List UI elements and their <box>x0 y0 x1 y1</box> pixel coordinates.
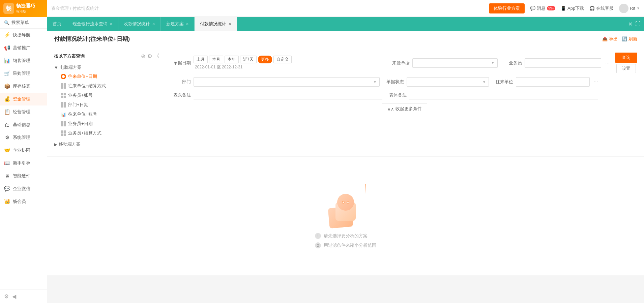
filter-panel-header: 按以下方案查询 ⊕ ⚙ 《 <box>54 53 159 60</box>
plan-grid-icon <box>61 102 66 108</box>
tab-cashflow-close[interactable]: ✕ <box>110 22 113 26</box>
tab-new-plan-close[interactable]: ✕ <box>186 22 189 26</box>
filter-field-date: 单据日期 上月 本月 本年 近7天 更多 自定义 2022-01-01 至 20… <box>172 56 385 70</box>
plan-item-staff-account[interactable]: 业务员+账号 <box>54 91 159 100</box>
topbar-message[interactable]: 💬 消息 99+ <box>530 5 555 11</box>
export-icon: 📤 <box>602 36 608 41</box>
topbar-breadcrumb: 资金管理 / 付款情况统计 <box>51 5 486 11</box>
plan-item-partner-settle[interactable]: 往来单位+结算方式 <box>54 81 159 91</box>
date-label: 单据日期 <box>172 60 191 66</box>
topbar: 资金管理 / 付款情况统计 体验行业方案 💬 消息 99+ 📱 App下载 🎧 … <box>47 0 644 17</box>
sidebar-search-label: 搜索菜单 <box>11 20 29 26</box>
body-note-input[interactable] <box>409 91 598 99</box>
tab-home[interactable]: 首页 <box>47 17 67 31</box>
collapse-sidebar-icon[interactable]: ◀ <box>12 293 16 300</box>
filter-row-2: 部门 ▼ 单据状态 ▼ 往来单位 <box>172 77 637 87</box>
staff-select[interactable] <box>525 58 601 68</box>
page-header: 付款情况统计(往来单位+日期) 📤 导出 🔄 刷新 <box>47 31 644 47</box>
plan-item-partner-date[interactable]: 往来单位+日期 <box>54 72 159 81</box>
partner-more-icon[interactable]: ··· <box>594 79 598 85</box>
partner-label: 往来单位 <box>494 79 513 85</box>
settings-button[interactable]: 设置 <box>616 64 636 73</box>
collapse-label: 收起更多条件 <box>396 106 422 112</box>
dept-select[interactable]: ▼ <box>194 77 380 87</box>
date-7days-btn[interactable]: 近7天 <box>240 56 257 63</box>
sidebar-item-finance[interactable]: 💰 资金管理 <box>0 93 47 105</box>
staff-more-icon[interactable]: ··· <box>605 60 610 66</box>
plan-item-staff-date[interactable]: 业务员+日期 <box>54 119 159 128</box>
empty-hint-2: 2 用过滤条件来缩小分析范围 <box>315 242 376 248</box>
sidebar-item-operations[interactable]: 📋 经营管理 <box>0 105 47 118</box>
sidebar-item-system[interactable]: ⚙ 系统管理 <box>0 131 47 144</box>
empty-hint-1: 1 请先选择要分析的方案 <box>315 233 376 239</box>
collapse-conditions-btn[interactable]: ∧∧ 收起更多条件 <box>382 103 427 114</box>
date-custom-btn[interactable]: 自定义 <box>273 56 292 63</box>
tab-cashflow-label: 现金银行流水查询 <box>72 21 108 27</box>
basic-icon: 🗂 <box>4 122 10 128</box>
sidebar-item-member[interactable]: 👑 畅会员 <box>0 195 47 208</box>
close-all-tabs-icon[interactable]: ✕ <box>628 21 633 27</box>
collapse-icon: ∧∧ <box>387 107 394 112</box>
date-more-btn[interactable]: 更多 <box>258 56 272 63</box>
refresh-action[interactable]: 🔄 刷新 <box>622 36 637 42</box>
member-icon: 👑 <box>4 199 10 205</box>
date-this-year-btn[interactable]: 本年 <box>225 56 239 63</box>
tab-payments[interactable]: 付款情况统计 ✕ <box>195 17 237 31</box>
plan-active-icon <box>61 74 66 79</box>
header-note-input[interactable] <box>194 91 382 99</box>
sidebar-item-enterprise[interactable]: 🤝 企业协同 <box>0 144 47 157</box>
tab-receipts[interactable]: 收款情况统计 ✕ <box>118 17 161 31</box>
sidebar-item-hardware[interactable]: 🖥 智能硬件 <box>0 170 47 182</box>
mobile-section-header[interactable]: ▶ 移动端方案 <box>54 140 159 149</box>
plan-item-partner-account[interactable]: 📊 往来单位+账号 <box>54 110 159 119</box>
sidebar-item-wechat[interactable]: 💬 企业微信 <box>0 182 47 195</box>
tab-new-plan[interactable]: 新建方案 ✕ <box>161 17 195 31</box>
export-action[interactable]: 📤 导出 <box>602 36 618 42</box>
try-industry-button[interactable]: 体验行业方案 <box>489 3 525 13</box>
query-button[interactable]: 查询 <box>615 53 637 63</box>
sidebar-item-quick-nav[interactable]: ⚡ 快捷导航 <box>0 29 47 41</box>
app-label: App下载 <box>567 5 584 11</box>
topbar-user[interactable]: Rit ▼ <box>619 4 640 13</box>
message-label: 消息 <box>537 5 546 11</box>
sidebar-item-guide[interactable]: 📖 新手引导 <box>0 157 47 170</box>
add-plan-icon[interactable]: ⊕ <box>141 53 145 59</box>
topbar-app[interactable]: 📱 App下载 <box>561 5 584 11</box>
settings-footer-icon[interactable]: ⚙ <box>4 293 9 300</box>
plan-grid-icon <box>61 121 66 126</box>
plan-settings-icon[interactable]: ⚙ <box>147 53 152 59</box>
plan-item-dept-date[interactable]: 部门+日期 <box>54 100 159 110</box>
sidebar-item-basic[interactable]: 🗂 基础信息 <box>0 118 47 131</box>
sidebar-item-label: 企业微信 <box>13 186 43 192</box>
tab-payments-close[interactable]: ✕ <box>228 22 231 26</box>
filter-panel-title: 按以下方案查询 <box>54 53 85 59</box>
plan-grid-icon <box>61 130 66 136</box>
finance-icon: 💰 <box>4 96 10 102</box>
sidebar-item-marketing[interactable]: 📢 营销推广 <box>0 41 47 54</box>
sidebar-item-sales[interactable]: 📊 销售管理 <box>0 54 47 67</box>
hint-num-1: 1 <box>315 233 321 239</box>
plan-item-label: 业务员+账号 <box>68 92 93 98</box>
tab-payments-label: 付款情况统计 <box>200 21 226 27</box>
desktop-section-header[interactable]: ▼ 电脑端方案 <box>54 63 159 72</box>
date-last-month-btn[interactable]: 上月 <box>194 56 208 63</box>
collapse-panel-icon[interactable]: 《 <box>154 53 159 60</box>
plan-item-staff-settle[interactable]: 业务员+结算方式 <box>54 128 159 138</box>
docstatus-select[interactable]: ▼ <box>407 77 489 87</box>
tab-receipts-close[interactable]: ✕ <box>152 22 155 26</box>
source-select[interactable]: ▼ <box>412 58 498 68</box>
breadcrumb-path: 资金管理 / 付款情况统计 <box>51 5 99 11</box>
date-this-month-btn[interactable]: 本月 <box>209 56 223 63</box>
sidebar-search[interactable]: 🔍 搜索菜单 <box>0 17 47 29</box>
partner-select[interactable] <box>516 77 590 87</box>
filter-field-header-note: 表头备注 <box>172 91 382 99</box>
topbar-service[interactable]: 🎧 在线客服 <box>589 5 614 11</box>
sidebar-item-label: 库存核算 <box>13 83 43 89</box>
sidebar-item-purchase[interactable]: 🛒 采购管理 <box>0 67 47 80</box>
inventory-icon: 📦 <box>4 83 10 89</box>
source-label: 来源单据 <box>391 60 410 66</box>
sidebar-item-inventory[interactable]: 📦 库存核算 <box>0 80 47 93</box>
tab-cashflow[interactable]: 现金银行流水查询 ✕ <box>67 17 118 31</box>
expand-tabs-icon[interactable]: ⛶ <box>635 21 641 27</box>
sidebar-logo-area: 畅捷通巧 标准版 <box>16 3 35 14</box>
